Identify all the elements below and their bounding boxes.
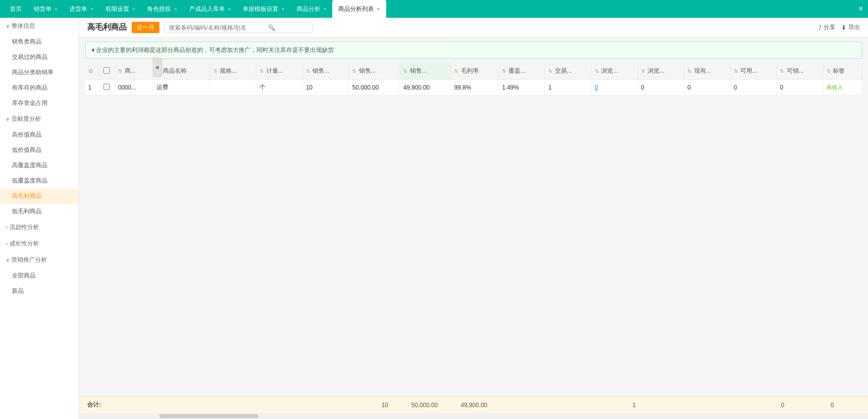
col-sales-profit[interactable]: ⇅ 销售... bbox=[400, 63, 451, 80]
col-spec[interactable]: ⇅ 规格... bbox=[210, 63, 256, 80]
nav-goods-analysis[interactable]: 商品分析 × bbox=[291, 0, 332, 18]
footer-sales-qty: 10 bbox=[349, 402, 388, 409]
cell-browse2: 0 bbox=[638, 80, 684, 95]
sidebar-group-overall[interactable]: ∨ 整体信息 bbox=[0, 18, 79, 34]
col-sales-qty[interactable]: ⇅ 销售... bbox=[303, 63, 349, 80]
arrow-contribution: ∨ bbox=[6, 116, 9, 122]
arrow-trend: › bbox=[6, 225, 7, 230]
col-sellable[interactable]: ⇅ 可销... bbox=[777, 63, 823, 80]
nav-goods-analysis-list[interactable]: 商品分析列表 × bbox=[332, 0, 386, 18]
sidebar-item-low-margin[interactable]: 低毛利商品 bbox=[0, 204, 79, 219]
sidebar-item-category-rate[interactable]: 商品分类助销率 bbox=[0, 65, 79, 80]
close-goods-analysis-list-tab[interactable]: × bbox=[377, 6, 380, 12]
close-goods-analysis-tab[interactable]: × bbox=[323, 6, 326, 12]
col-transaction[interactable]: ⇅ 交易... bbox=[545, 63, 592, 80]
select-all-checkbox[interactable] bbox=[103, 67, 110, 74]
close-sales-tab[interactable]: × bbox=[54, 6, 57, 12]
table-wrapper[interactable]: ⚙ ⇅ 商... ⇅ 商品名称 bbox=[85, 63, 862, 396]
sidebar-item-traded-goods[interactable]: 交易过的商品 bbox=[0, 49, 79, 65]
sidebar-group-marketing[interactable]: ∨ 营销推广分析 bbox=[0, 252, 79, 268]
sidebar-collapse-button[interactable]: « bbox=[153, 57, 162, 77]
col-browse1[interactable]: ⇅ 浏览... bbox=[592, 63, 638, 80]
sort-icon-available: ⇅ bbox=[734, 68, 738, 74]
cell-sales-amount: 50,000.00 bbox=[349, 80, 400, 95]
col-checkbox[interactable] bbox=[100, 63, 115, 80]
sidebar: ∨ 整体信息 销售类商品 交易过的商品 商品分类助销率 有库存的商品 库存资金占… bbox=[0, 18, 79, 419]
col-coverage[interactable]: ⇅ 覆盖... bbox=[499, 63, 545, 80]
cell-browse1[interactable]: 0 bbox=[592, 80, 638, 95]
col-margin-rate[interactable]: ⇅ 毛利率 bbox=[451, 63, 499, 80]
sidebar-item-new-goods[interactable]: 新品 bbox=[0, 283, 79, 299]
sort-icon-sellable: ⇅ bbox=[780, 68, 784, 74]
share-button[interactable]: ⤴ 分享 bbox=[818, 23, 835, 32]
goods-table: ⚙ ⇅ 商... ⇅ 商品名称 bbox=[85, 63, 862, 95]
sidebar-item-stocked-goods[interactable]: 有库存的商品 bbox=[0, 80, 79, 95]
settings-icon[interactable]: ⚙ bbox=[88, 68, 94, 75]
cell-sales-profit: 49,900.00 bbox=[400, 80, 451, 95]
nav-product-inbound[interactable]: 产成品入库单 × bbox=[183, 0, 237, 18]
col-current-stock[interactable]: ⇅ 现有... bbox=[684, 63, 731, 80]
sidebar-item-all-goods[interactable]: 全部商品 bbox=[0, 268, 79, 283]
sidebar-item-high-coverage[interactable]: 高覆盖度商品 bbox=[0, 158, 79, 173]
sort-icon-browse1: ⇅ bbox=[595, 68, 599, 74]
footer-sales-amount: 50,000.00 bbox=[398, 402, 438, 409]
content-header: 高毛利商品 近一月 🔍 ⤴ 分享 ⬇ 导出 bbox=[79, 18, 868, 38]
col-unit[interactable]: ⇅ 计量... bbox=[256, 63, 303, 80]
main-layout: ∨ 整体信息 销售类商品 交易过的商品 商品分类助销率 有库存的商品 库存资金占… bbox=[0, 18, 868, 419]
sort-icon-tag: ⇅ bbox=[826, 68, 830, 74]
close-all-button[interactable]: × bbox=[859, 4, 863, 13]
cell-sellable: 0 bbox=[777, 80, 823, 95]
filter-button[interactable]: 近一月 bbox=[132, 22, 159, 33]
sidebar-item-sales-goods[interactable]: 销售类商品 bbox=[0, 34, 79, 49]
nav-template[interactable]: 单据模板设置 × bbox=[237, 0, 290, 18]
cell-current-stock: 0 bbox=[684, 80, 731, 95]
cell-transaction: 1 bbox=[545, 80, 592, 95]
export-button[interactable]: ⬇ 导出 bbox=[841, 23, 860, 32]
sort-icon-sales-profit: ⇅ bbox=[403, 68, 407, 74]
nav-role[interactable]: 角色授权 × bbox=[141, 0, 183, 18]
sidebar-group-contribution[interactable]: ∨ 贡献度分析 bbox=[0, 111, 79, 127]
top-navigation: 首页 销货单 × 进货单 × 权限设置 × 角色授权 × 产成品入库单 × 单据… bbox=[0, 0, 868, 18]
sort-icon-sales-qty: ⇅ bbox=[306, 68, 310, 74]
col-sales-amount[interactable]: ⇅ 销售... bbox=[349, 63, 400, 80]
cell-tag: 高收入 bbox=[823, 80, 862, 95]
close-permission-tab[interactable]: × bbox=[132, 6, 135, 12]
sidebar-item-low-value[interactable]: 低价值商品 bbox=[0, 142, 79, 158]
col-code[interactable]: ⇅ 商... bbox=[115, 63, 153, 80]
nav-purchase[interactable]: 进货单 × bbox=[63, 0, 99, 18]
sidebar-item-high-value[interactable]: 高价值商品 bbox=[0, 127, 79, 142]
cell-name: 运费 bbox=[153, 80, 210, 95]
horizontal-scrollbar[interactable] bbox=[79, 413, 868, 419]
sidebar-group-growth[interactable]: › 成长性分析 bbox=[0, 235, 79, 252]
cell-sales-qty: 10 bbox=[303, 80, 349, 95]
sort-icon-browse2: ⇅ bbox=[641, 68, 645, 74]
footer-label: 合计: bbox=[87, 401, 101, 409]
search-input[interactable] bbox=[169, 24, 268, 31]
nav-permission[interactable]: 权限设置 × bbox=[100, 0, 141, 18]
nav-sales[interactable]: 销货单 × bbox=[28, 0, 63, 18]
sort-icon-margin-rate: ⇅ bbox=[454, 68, 458, 74]
page-title: 高毛利商品 bbox=[87, 22, 127, 33]
cell-spec bbox=[210, 80, 256, 95]
row-checkbox[interactable] bbox=[103, 84, 110, 90]
col-tag[interactable]: ⇅ 标签 bbox=[823, 63, 862, 80]
scrollbar-thumb[interactable] bbox=[159, 414, 258, 418]
close-product-inbound-tab[interactable]: × bbox=[228, 6, 231, 12]
col-available[interactable]: ⇅ 可用... bbox=[730, 63, 777, 80]
sort-icon-code: ⇅ bbox=[118, 68, 122, 74]
sidebar-item-stock-capital[interactable]: 库存资金占用 bbox=[0, 95, 79, 111]
close-purchase-tab[interactable]: × bbox=[90, 6, 93, 12]
close-role-tab[interactable]: × bbox=[174, 6, 177, 12]
cell-unit: 个 bbox=[256, 80, 303, 95]
sort-icon-transaction: ⇅ bbox=[548, 68, 552, 74]
sort-icon-coverage: ⇅ bbox=[502, 68, 506, 74]
col-settings[interactable]: ⚙ bbox=[85, 63, 100, 80]
cell-checkbox[interactable] bbox=[100, 80, 115, 95]
nav-home[interactable]: 首页 bbox=[4, 0, 28, 18]
sidebar-item-high-margin[interactable]: 高毛利商品 bbox=[0, 188, 79, 204]
sidebar-group-trend[interactable]: › 流趋性分析 bbox=[0, 219, 79, 235]
col-browse2[interactable]: ⇅ 浏览... bbox=[638, 63, 684, 80]
close-template-tab[interactable]: × bbox=[281, 6, 284, 12]
search-icon[interactable]: 🔍 bbox=[268, 24, 275, 31]
sidebar-item-low-coverage[interactable]: 低覆盖度商品 bbox=[0, 173, 79, 188]
